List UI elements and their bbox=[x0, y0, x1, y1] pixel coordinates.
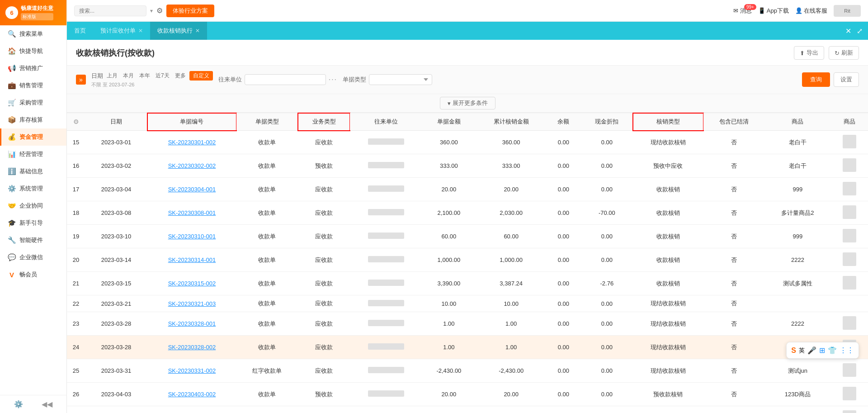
cell-doc-no[interactable]: SK-20230310-001 bbox=[147, 225, 236, 248]
table-row: 262023-04-03SK-20230403-002收款单预收款20.0020… bbox=[67, 383, 868, 406]
topbar-chevron-icon[interactable]: ▾ bbox=[150, 8, 153, 14]
settings-footer-icon[interactable]: ⚙️ bbox=[14, 400, 23, 408]
date-last-month[interactable]: 上月 bbox=[105, 71, 119, 81]
table-row: 212023-03-15SK-20230315-002收款单应收款3,390.0… bbox=[67, 272, 868, 295]
sidebar-item-quick-nav[interactable]: 🏠 快捷导航 bbox=[0, 43, 66, 60]
sidebar-item-guide[interactable]: 🎓 新手引导 bbox=[0, 214, 66, 232]
grid-icon[interactable]: ⊞ bbox=[819, 346, 825, 355]
sidebar-item-operation[interactable]: 📊 经营管理 bbox=[0, 146, 66, 163]
app-download-btn[interactable]: 📱 App下载 bbox=[758, 7, 789, 15]
doc-no-link[interactable]: SK-20230301-002 bbox=[168, 139, 216, 146]
date-this-month[interactable]: 本月 bbox=[121, 71, 136, 81]
filter-expand-btn[interactable]: » bbox=[76, 75, 86, 85]
online-service-btn[interactable]: 👤 在线客服 bbox=[795, 7, 827, 15]
tab-expand-btn[interactable]: ⤢ bbox=[855, 25, 864, 37]
cell-balance: 0.00 bbox=[546, 131, 580, 154]
expand-more-btn[interactable]: ▾ 展开更多条件 bbox=[440, 97, 495, 109]
cell-doc-no[interactable]: SK-20230408-001 bbox=[147, 406, 236, 413]
mic-icon[interactable]: 🎤 bbox=[807, 346, 816, 355]
topbar-search-input[interactable] bbox=[74, 5, 146, 16]
cell-goods2 bbox=[831, 406, 868, 413]
cell-doc-no[interactable]: SK-20230315-002 bbox=[147, 272, 236, 295]
query-btn[interactable]: 查询 bbox=[802, 72, 830, 87]
sidebar-item-purchase[interactable]: 🛒 采购管理 bbox=[0, 94, 66, 111]
cell-goods1: 测试多属性 bbox=[764, 272, 831, 295]
date-7days[interactable]: 近7天 bbox=[154, 71, 171, 81]
tab-verify[interactable]: 收款核销执行 ✕ bbox=[150, 22, 207, 40]
cell-doc-no[interactable]: SK-20230301-002 bbox=[147, 131, 236, 154]
cell-doc-no[interactable]: SK-20230328-001 bbox=[147, 312, 236, 336]
notification-btn[interactable]: ✉ 消息 99+ bbox=[733, 7, 752, 15]
doc-no-link[interactable]: SK-20230403-002 bbox=[168, 391, 216, 398]
cell-doc-no[interactable]: SK-20230331-002 bbox=[147, 359, 236, 383]
doc-no-link[interactable]: SK-20230328-001 bbox=[168, 320, 216, 327]
filter-settings-btn[interactable]: 设置 bbox=[834, 72, 859, 87]
doc-no-link[interactable]: SK-20230304-001 bbox=[168, 186, 216, 193]
doc-no-link[interactable]: SK-20230315-002 bbox=[168, 280, 216, 287]
cell-verified: 100.00 bbox=[476, 406, 546, 413]
tab-receivable[interactable]: 预计应收付单 ✕ bbox=[93, 22, 150, 40]
doctype-select[interactable] bbox=[369, 74, 432, 85]
sidebar-item-search[interactable]: 🔍 搜索菜单 bbox=[0, 25, 66, 43]
cell-doc-no[interactable]: SK-20230308-001 bbox=[147, 201, 236, 225]
sidebar-item-wechat[interactable]: 💬 企业微信 bbox=[0, 249, 66, 266]
cell-doc-no[interactable]: SK-20230304-001 bbox=[147, 178, 236, 201]
cell-included: 否 bbox=[703, 154, 765, 178]
sidebar-item-enterprise[interactable]: 🤝 企业协同 bbox=[0, 197, 66, 214]
doc-no-link[interactable]: SK-20230314-001 bbox=[168, 256, 216, 263]
table-row: 242023-03-28SK-20230328-002收款单应收款1.001.0… bbox=[67, 336, 868, 359]
sidebar-item-sales[interactable]: 💼 销售管理 bbox=[0, 77, 66, 94]
cell-doc-no[interactable]: SK-20230328-002 bbox=[147, 336, 236, 359]
tab-receivable-close[interactable]: ✕ bbox=[138, 28, 143, 34]
sidebar-item-hardware[interactable]: 🔧 智能硬件 bbox=[0, 232, 66, 249]
user-avatar[interactable]: Rit bbox=[834, 5, 861, 17]
floating-input-badge[interactable]: S 英 🎤 ⊞ 👕 ⋮⋮ bbox=[786, 342, 859, 359]
partner-input[interactable] bbox=[245, 74, 326, 85]
topbar-gear-icon[interactable]: ⚙ bbox=[156, 6, 163, 15]
sidebar-item-inventory[interactable]: 📦 库存核算 bbox=[0, 111, 66, 128]
industry-btn[interactable]: 体验行业方案 bbox=[166, 5, 214, 17]
cell-doc-no[interactable]: SK-20230321-003 bbox=[147, 295, 236, 312]
partner-dots[interactable]: ··· bbox=[329, 76, 337, 84]
sidebar-item-member[interactable]: V 畅会员 bbox=[0, 266, 66, 283]
cell-goods1: 衣服00001 bbox=[764, 406, 831, 413]
cell-doc-no[interactable]: SK-20230302-002 bbox=[147, 154, 236, 178]
doc-no-link[interactable]: SK-20230308-001 bbox=[168, 209, 216, 216]
cell-doc-no[interactable]: SK-20230314-001 bbox=[147, 248, 236, 272]
cell-date: 2023-03-04 bbox=[85, 178, 147, 201]
sidebar-item-finance[interactable]: 💰 资金管理 bbox=[0, 128, 66, 146]
cell-biz-type: 应收款 bbox=[298, 359, 350, 383]
th-settings[interactable]: ⚙ bbox=[67, 113, 85, 131]
table-container[interactable]: ⚙ 日期 单据编号 单据类型 业务类型 往来单位 单据金额 累计核销金额 余额 … bbox=[67, 113, 868, 413]
cell-amount: 1,000.00 bbox=[422, 248, 476, 272]
tab-home[interactable]: 首页 bbox=[67, 22, 93, 40]
cell-date: 2023-03-28 bbox=[85, 336, 147, 359]
date-this-year[interactable]: 本年 bbox=[137, 71, 152, 81]
doc-no-link[interactable]: SK-20230321-003 bbox=[168, 300, 216, 307]
shirt-icon[interactable]: 👕 bbox=[828, 346, 837, 355]
page-header-actions: ⬆ 导出 ↻ 刷新 bbox=[794, 46, 859, 60]
doc-no-link[interactable]: SK-20230310-001 bbox=[168, 233, 216, 240]
th-date: 日期 bbox=[85, 113, 147, 131]
refresh-btn[interactable]: ↻ 刷新 bbox=[829, 46, 859, 60]
cell-discount: 0.00 bbox=[580, 359, 633, 383]
tab-verify-close[interactable]: ✕ bbox=[195, 28, 200, 34]
wechat-icon: 💬 bbox=[8, 253, 16, 261]
export-btn[interactable]: ⬆ 导出 bbox=[794, 46, 824, 60]
apps-icon[interactable]: ⋮⋮ bbox=[840, 346, 854, 355]
collapse-icon[interactable]: ◀◀ bbox=[42, 400, 52, 408]
date-custom-btn[interactable]: 自定义 bbox=[189, 71, 213, 81]
table-settings-icon[interactable]: ⚙ bbox=[73, 118, 79, 125]
cell-doc-type: 收款单 bbox=[236, 272, 298, 295]
sidebar-item-marketing[interactable]: 📢 营销推广 bbox=[0, 60, 66, 77]
doc-no-link[interactable]: SK-20230328-002 bbox=[168, 344, 216, 351]
cell-verified: 333.00 bbox=[476, 154, 546, 178]
cell-partner bbox=[350, 201, 421, 225]
tab-close-all-btn[interactable]: ✕ bbox=[844, 25, 853, 37]
date-more[interactable]: 更多 bbox=[173, 71, 188, 81]
sidebar-item-system[interactable]: ⚙️ 系统管理 bbox=[0, 180, 66, 197]
cell-doc-no[interactable]: SK-20230403-002 bbox=[147, 383, 236, 406]
doc-no-link[interactable]: SK-20230331-002 bbox=[168, 367, 216, 374]
sidebar-item-basic[interactable]: ℹ️ 基础信息 bbox=[0, 163, 66, 180]
doc-no-link[interactable]: SK-20230302-002 bbox=[168, 162, 216, 169]
